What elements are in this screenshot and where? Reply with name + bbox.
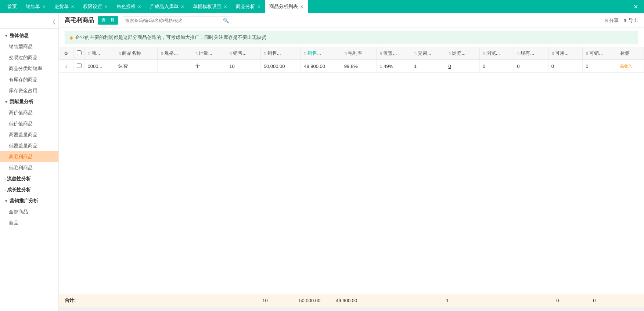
col-tag-header[interactable]: 标签 bbox=[617, 47, 644, 60]
nav-template[interactable]: 单据模板设置 ✕ bbox=[188, 0, 231, 13]
data-table: ⚙ ⇅商... ⇅商品名称 ⇅规格... ⇅计量... ⇅销售... ⇅销售..… bbox=[59, 47, 644, 73]
col-code-header[interactable]: ⇅商... bbox=[84, 47, 115, 60]
sidebar-item-low-margin[interactable]: 低毛利商品 bbox=[0, 162, 58, 173]
nav-product-analysis[interactable]: 商品分析 ✕ bbox=[231, 0, 265, 13]
close-roles-tab[interactable]: ✕ bbox=[138, 4, 141, 9]
footer-sales-qty: 10 bbox=[259, 298, 289, 303]
footer-transactions: 1 bbox=[443, 298, 472, 303]
close-all-tabs[interactable]: ✕ bbox=[630, 3, 641, 10]
cell-unit: 个 bbox=[192, 60, 226, 73]
sidebar-item-low-coverage[interactable]: 低覆盖量商品 bbox=[0, 140, 58, 151]
cell-saleable: 0 bbox=[583, 60, 617, 73]
settings-icon[interactable]: ⚙ bbox=[64, 51, 68, 56]
date-filter-btn[interactable]: 近一月 bbox=[98, 16, 118, 25]
col-current-stock-header[interactable]: ⇅现有... bbox=[514, 47, 548, 60]
col-sales-profit-header[interactable]: ⇅销售... bbox=[301, 47, 341, 60]
sidebar-group-trend[interactable]: › 流趋性分析 bbox=[0, 173, 58, 184]
col-available-header[interactable]: ⇅可用... bbox=[548, 47, 582, 60]
group-arrow-growth: › bbox=[4, 188, 6, 192]
close-permissions-tab[interactable]: ✕ bbox=[104, 4, 108, 9]
search-icon[interactable]: 🔍 bbox=[223, 18, 229, 23]
col-gross-margin-header[interactable]: ⇅毛利率 bbox=[341, 47, 377, 60]
close-analysis-tab[interactable]: ✕ bbox=[257, 4, 260, 9]
sidebar-item-category-rate[interactable]: 商品分类助销率 bbox=[0, 63, 58, 74]
info-text: 企业的主要的利润都是这部分商品创造的，可考虑加大推广，同时关注库存是不要出现缺货 bbox=[75, 34, 266, 41]
cell-available: 0 bbox=[548, 60, 582, 73]
sidebar-item-all-products[interactable]: 全部商品 bbox=[0, 206, 58, 217]
nav-roles[interactable]: 角色授权 ✕ bbox=[112, 0, 145, 13]
cell-code: 0000... bbox=[84, 60, 115, 73]
sidebar-item-traded-products[interactable]: 交易过的商品 bbox=[0, 52, 58, 63]
close-analysis-list-tab[interactable]: ✕ bbox=[300, 4, 303, 9]
share-btn[interactable]: ⎘ 分享 bbox=[605, 17, 619, 24]
sidebar-header: 《 bbox=[0, 16, 58, 29]
cell-current-stock: 0 bbox=[514, 60, 548, 73]
col-transactions-header[interactable]: ⇅交易... bbox=[411, 47, 445, 60]
table-footer: 合计: 10 50,000.00 49,900.00 1 0 0 bbox=[59, 294, 644, 307]
sidebar-item-high-value[interactable]: 高价值商品 bbox=[0, 107, 58, 118]
col-browse1-header[interactable]: ⇅浏览... bbox=[445, 47, 479, 60]
sidebar-item-sales-products[interactable]: 销售型商品 bbox=[0, 41, 58, 52]
cell-gross-margin: 99.8% bbox=[341, 60, 377, 73]
cell-checkbox[interactable] bbox=[73, 60, 84, 73]
nav-purchase[interactable]: 进货单 ✕ bbox=[50, 0, 79, 13]
sidebar-item-instock-products[interactable]: 有库存的商品 bbox=[0, 74, 58, 85]
table-container[interactable]: ⚙ ⇅商... ⇅商品名称 ⇅规格... ⇅计量... ⇅销售... ⇅销售..… bbox=[59, 47, 644, 294]
col-sales-amount-header[interactable]: ⇅销售... bbox=[260, 47, 301, 60]
footer-label: 合计: bbox=[65, 297, 76, 304]
group-arrow-trend: › bbox=[4, 177, 6, 181]
cell-browse2: 0 bbox=[479, 60, 514, 73]
nav-sales[interactable]: 销售单 ✕ bbox=[21, 0, 50, 13]
select-all-checkbox[interactable] bbox=[77, 50, 82, 55]
footer-current-stock: 0 bbox=[553, 298, 583, 303]
cell-sales-qty: 10 bbox=[226, 60, 260, 73]
main-area: 《 ▼ 整体信息 销售型商品 交易过的商品 商品分类助销率 有库存的商品 库存资… bbox=[0, 13, 644, 311]
cell-browse1[interactable]: 0 bbox=[445, 60, 479, 73]
footer-sales-amount: 50,000.00 bbox=[296, 298, 325, 303]
table-header-row: ⚙ ⇅商... ⇅商品名称 ⇅规格... ⇅计量... ⇅销售... ⇅销售..… bbox=[59, 47, 644, 60]
col-saleable-header[interactable]: ⇅可销... bbox=[583, 47, 617, 60]
sidebar-item-high-coverage[interactable]: 高覆盖量商品 bbox=[0, 129, 58, 140]
close-stockin-tab[interactable]: ✕ bbox=[181, 4, 184, 9]
nav-stock-in[interactable]: 产成品入库单 ✕ bbox=[145, 0, 188, 13]
content-header: 高毛利商品 近一月 🔍 ⎘ 分享 ⬆ 导出 bbox=[59, 13, 644, 28]
sidebar-group-overall[interactable]: ▼ 整体信息 bbox=[0, 30, 58, 41]
sidebar-item-high-margin[interactable]: 高毛利商品 bbox=[0, 151, 58, 162]
cell-tag: 高收入 bbox=[617, 60, 644, 73]
export-btn[interactable]: ⬆ 导出 bbox=[623, 17, 638, 24]
col-unit-header[interactable]: ⇅计量... bbox=[192, 47, 226, 60]
sidebar-group-marketing[interactable]: ▼ 营销推广分析 bbox=[0, 195, 58, 206]
info-banner: ◆ 企业的主要的利润都是这部分商品创造的，可考虑加大推广，同时关注库存是不要出现… bbox=[65, 31, 638, 44]
page-title: 高毛利商品 bbox=[65, 17, 94, 24]
close-purchase-tab[interactable]: ✕ bbox=[71, 4, 74, 9]
cell-spec bbox=[158, 60, 192, 73]
nav-home[interactable]: 首页 bbox=[3, 0, 21, 13]
nav-analysis-list[interactable]: 商品分析列表 ✕ bbox=[265, 0, 308, 13]
cell-transactions: 1 bbox=[411, 60, 445, 73]
cell-sales-profit: 49,900.00 bbox=[301, 60, 341, 73]
sidebar-item-stock-capital[interactable]: 库存资金占用 bbox=[0, 85, 58, 96]
col-browse2-header[interactable]: ⇅浏览... bbox=[479, 47, 514, 60]
close-sales-tab[interactable]: ✕ bbox=[42, 4, 46, 9]
sidebar-toggle-btn[interactable]: 《 bbox=[50, 18, 55, 26]
group-arrow-marketing: ▼ bbox=[4, 199, 8, 203]
group-arrow-overall: ▼ bbox=[4, 34, 8, 38]
sidebar-group-growth[interactable]: › 成长性分析 bbox=[0, 184, 58, 195]
footer-sales-profit: 49,900.00 bbox=[333, 298, 362, 303]
search-box: 🔍 bbox=[122, 17, 232, 24]
col-checkbox bbox=[73, 47, 84, 60]
cell-name: 运费 bbox=[115, 60, 158, 73]
col-coverage-header[interactable]: ⇅覆盖... bbox=[377, 47, 411, 60]
col-sales-qty-header[interactable]: ⇅销售... bbox=[226, 47, 260, 60]
search-input[interactable] bbox=[125, 18, 223, 23]
nav-permissions[interactable]: 权限设置 ✕ bbox=[79, 0, 112, 13]
col-index: ⚙ bbox=[59, 47, 73, 60]
sidebar-item-low-value[interactable]: 低价值商品 bbox=[0, 118, 58, 129]
col-name-header[interactable]: ⇅商品名称 bbox=[115, 47, 158, 60]
close-template-tab[interactable]: ✕ bbox=[224, 4, 227, 9]
col-spec-header[interactable]: ⇅规格... bbox=[158, 47, 192, 60]
horizontal-scrollbar[interactable] bbox=[59, 307, 644, 311]
sidebar-group-contribution[interactable]: ▼ 贡献量分析 bbox=[0, 96, 58, 107]
sidebar-item-new-products[interactable]: 新品 bbox=[0, 217, 58, 228]
export-icon: ⬆ bbox=[623, 18, 627, 23]
